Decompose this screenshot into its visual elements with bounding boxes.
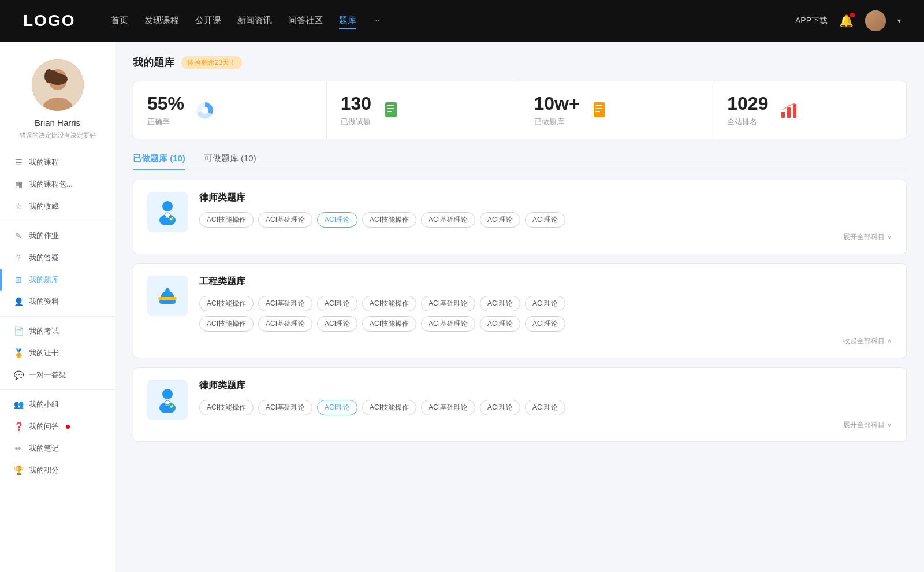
sidebar-item-oneone[interactable]: 💬 一对一答疑 bbox=[0, 364, 115, 386]
lawyer2-icon-svg bbox=[155, 387, 180, 413]
sidebar-item-homework[interactable]: ✎ 我的作业 bbox=[0, 225, 115, 247]
sidebar-item-group[interactable]: 👥 我的小组 bbox=[0, 393, 115, 415]
sidebar-item-certificate[interactable]: 🏅 我的证书 bbox=[0, 342, 115, 364]
certificate-icon: 🏅 bbox=[14, 348, 23, 358]
tag-2-2[interactable]: ACI理论 bbox=[317, 296, 357, 311]
chevron-down-icon[interactable]: ▾ bbox=[897, 17, 901, 25]
sidebar-item-coursepack[interactable]: ▦ 我的课程包... bbox=[0, 173, 115, 195]
tags-row-3: ACI技能操作 ACI基础理论 ACI理论 ACI技能操作 ACI基础理论 AC… bbox=[199, 400, 892, 415]
tag-3-1[interactable]: ACI基础理论 bbox=[258, 400, 312, 415]
bank-card-3: 律师类题库 ACI技能操作 ACI基础理论 ACI理论 ACI技能操作 ACI基… bbox=[133, 367, 907, 442]
tag-2-12[interactable]: ACI理论 bbox=[480, 316, 520, 332]
tag-1-4[interactable]: ACI基础理论 bbox=[421, 212, 475, 228]
bank-content-2: 工程类题库 ACI技能操作 ACI基础理论 ACI理论 ACI技能操作 ACI基… bbox=[199, 276, 892, 346]
tag-2-7[interactable]: ACI技能操作 bbox=[199, 316, 254, 332]
nav-news[interactable]: 新闻资讯 bbox=[237, 13, 272, 29]
tag-3-6[interactable]: ACI理论 bbox=[525, 400, 565, 415]
tag-2-9[interactable]: ACI理论 bbox=[317, 316, 357, 332]
tag-1-1[interactable]: ACI基础理论 bbox=[258, 212, 312, 228]
sidebar-menu: ☰ 我的课程 ▦ 我的课程包... ☆ 我的收藏 ✎ 我的作业 ? 我的答疑 ⊞ bbox=[0, 151, 115, 481]
tag-3-4[interactable]: ACI基础理论 bbox=[421, 400, 475, 415]
sidebar-item-qa[interactable]: ? 我的答疑 bbox=[0, 247, 115, 269]
nav-qa[interactable]: 问答社区 bbox=[288, 13, 323, 29]
collapse-link-2[interactable]: 收起全部科目 ∧ bbox=[199, 336, 892, 346]
svg-rect-11 bbox=[387, 108, 394, 109]
avatar[interactable] bbox=[865, 10, 886, 31]
sidebar-item-mydata[interactable]: 👤 我的资料 bbox=[0, 291, 115, 313]
tags-row-1: ACI技能操作 ACI基础理论 ACI理论 ACI技能操作 ACI基础理论 AC… bbox=[199, 212, 892, 228]
svg-rect-25 bbox=[158, 297, 177, 300]
tag-1-3[interactable]: ACI技能操作 bbox=[362, 212, 416, 228]
tag-2-11[interactable]: ACI基础理论 bbox=[421, 316, 475, 332]
nav-qbank[interactable]: 题库 bbox=[339, 13, 356, 29]
svg-rect-10 bbox=[387, 105, 394, 106]
navbar: LOGO 首页 发现课程 公开课 新闻资讯 问答社区 题库 ··· APP下载 … bbox=[0, 0, 924, 42]
svg-point-8 bbox=[202, 107, 208, 114]
nav-home[interactable]: 首页 bbox=[111, 13, 128, 29]
tag-2-13[interactable]: ACI理论 bbox=[525, 316, 565, 332]
nav-open-course[interactable]: 公开课 bbox=[195, 13, 221, 29]
tag-2-10[interactable]: ACI技能操作 bbox=[362, 316, 416, 332]
expand-link-3[interactable]: 展开全部科目 ∨ bbox=[199, 420, 892, 430]
tag-2-5[interactable]: ACI理论 bbox=[480, 296, 520, 311]
tag-2-1[interactable]: ACI基础理论 bbox=[258, 296, 312, 311]
nav-discover[interactable]: 发现课程 bbox=[144, 13, 179, 29]
stat-accuracy-label: 正确率 bbox=[147, 117, 184, 127]
svg-rect-17 bbox=[781, 112, 785, 118]
bank-icon-lawyer-1 bbox=[147, 192, 188, 232]
sidebar-item-favorites[interactable]: ☆ 我的收藏 bbox=[0, 195, 115, 217]
sidebar-item-points[interactable]: 🏆 我的积分 bbox=[0, 459, 115, 481]
svg-point-28 bbox=[162, 389, 173, 399]
stat-banks-value: 10w+ bbox=[534, 93, 580, 114]
tabs-row: 已做题库 (10) 可做题库 (10) bbox=[133, 153, 907, 170]
bank-title-3: 律师类题库 bbox=[199, 380, 892, 392]
app-download-button[interactable]: APP下载 bbox=[795, 16, 828, 26]
tag-2-8[interactable]: ACI基础理论 bbox=[258, 316, 312, 332]
doc-green-icon bbox=[381, 99, 404, 122]
tag-1-6[interactable]: ACI理论 bbox=[525, 212, 565, 228]
sidebar-item-qbank[interactable]: ⊞ 我的题库 bbox=[0, 269, 115, 291]
tag-1-5[interactable]: ACI理论 bbox=[480, 212, 520, 228]
tag-1-0[interactable]: ACI技能操作 bbox=[199, 212, 254, 228]
tab-done[interactable]: 已做题库 (10) bbox=[133, 153, 185, 170]
expand-link-1[interactable]: 展开全部科目 ∨ bbox=[199, 232, 892, 242]
sidebar-item-mycourse[interactable]: ☰ 我的课程 bbox=[0, 151, 115, 173]
sidebar-item-exam[interactable]: 📄 我的考试 bbox=[0, 320, 115, 342]
tag-1-2[interactable]: ACI理论 bbox=[317, 212, 357, 228]
bank-icon-engineer bbox=[147, 276, 188, 316]
logo: LOGO bbox=[23, 12, 75, 30]
svg-rect-9 bbox=[385, 102, 397, 117]
tag-2-4[interactable]: ACI基础理论 bbox=[421, 296, 475, 311]
group-icon: 👥 bbox=[14, 400, 23, 409]
user-avatar-svg bbox=[32, 59, 84, 111]
tab-todo[interactable]: 可做题库 (10) bbox=[204, 153, 256, 170]
sidebar: Brian Harris 错误的决定比没有决定要好 ☰ 我的课程 ▦ 我的课程包… bbox=[0, 42, 116, 572]
tag-2-6[interactable]: ACI理论 bbox=[525, 296, 565, 311]
sidebar-item-myqa[interactable]: ❓ 我的问答 bbox=[0, 415, 115, 437]
tag-2-3[interactable]: ACI技能操作 bbox=[362, 296, 416, 311]
tag-3-0[interactable]: ACI技能操作 bbox=[199, 400, 254, 415]
svg-rect-27 bbox=[166, 288, 169, 292]
tag-3-2[interactable]: ACI理论 bbox=[317, 400, 357, 415]
star-icon: ☆ bbox=[14, 202, 23, 211]
stat-done-value: 130 bbox=[341, 93, 371, 114]
nav-more[interactable]: ··· bbox=[372, 13, 380, 29]
engineer-icon-svg bbox=[155, 283, 180, 309]
divider-3 bbox=[0, 389, 115, 390]
bank-content-3: 律师类题库 ACI技能操作 ACI基础理论 ACI理论 ACI技能操作 ACI基… bbox=[199, 380, 892, 430]
stat-accuracy: 55% 正确率 bbox=[133, 81, 326, 139]
bar-chart-icon: ▦ bbox=[14, 180, 23, 189]
tag-3-3[interactable]: ACI技能操作 bbox=[362, 400, 416, 415]
bar-red-icon bbox=[777, 99, 800, 122]
notification-bell[interactable]: 🔔 bbox=[839, 14, 854, 28]
nav-links: 首页 发现课程 公开课 新闻资讯 问答社区 题库 ··· bbox=[111, 13, 777, 29]
tag-2-0[interactable]: ACI技能操作 bbox=[199, 296, 254, 311]
svg-rect-19 bbox=[793, 104, 796, 118]
person-icon: 🏆 bbox=[14, 466, 23, 475]
tag-3-5[interactable]: ACI理论 bbox=[480, 400, 520, 415]
sidebar-item-notes[interactable]: ✏ 我的笔记 bbox=[0, 437, 115, 459]
svg-rect-16 bbox=[595, 111, 600, 112]
stat-accuracy-value: 55% bbox=[147, 93, 184, 114]
edit-icon: ✎ bbox=[14, 231, 23, 240]
bank-card-2: 工程类题库 ACI技能操作 ACI基础理论 ACI理论 ACI技能操作 ACI基… bbox=[133, 263, 907, 358]
